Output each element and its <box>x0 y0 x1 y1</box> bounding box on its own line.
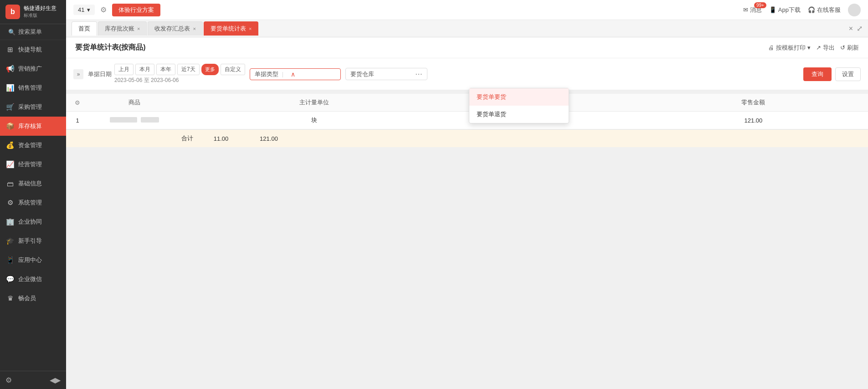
tab-requisition-summary[interactable]: 要货单统计表 × <box>204 21 258 36</box>
product-placeholder-2 <box>141 117 159 123</box>
custom-date-btn[interactable]: 自定义 <box>221 64 245 75</box>
warehouse-label: 要货仓库 <box>350 70 374 78</box>
col-header-product: 商品 <box>89 94 180 112</box>
print-chevron-icon: ▾ <box>807 44 811 51</box>
print-icon: 🖨 <box>768 44 774 51</box>
date-range-display: 2023-05-06 至 2023-06-06 <box>114 77 245 84</box>
topbar-gear-icon[interactable]: ⚙ <box>100 5 107 14</box>
settings-bottom-icon[interactable]: ⚙ <box>5 376 12 384</box>
sidebar-item-basic[interactable]: 🗃 基础信息 <box>0 174 66 193</box>
close-window-icon[interactable]: × <box>849 25 853 33</box>
dropdown-item-requisition-order[interactable]: 要货单要货 <box>469 88 569 106</box>
marketing-icon: 📢 <box>5 64 15 73</box>
sidebar-item-marketing[interactable]: 📢 营销推广 <box>0 59 66 78</box>
table-settings-icon[interactable]: ⚙ <box>75 99 80 106</box>
dropdown-item-requisition-return[interactable]: 要货单退货 <box>469 106 569 123</box>
main-area: 41 ▾ ⚙ 体验行业方案 ✉ 消息 99+ 📱 App下载 🎧 在线客服 <box>66 0 868 389</box>
type-chevron-icon[interactable]: ∧ <box>291 71 295 78</box>
date-label: 单据日期 <box>88 70 112 78</box>
sidebar-logo: b 畅捷通好生意 标准版 <box>0 0 66 24</box>
sidebar-item-purchase[interactable]: 🛒 采购管理 <box>0 97 66 117</box>
product-placeholder-1 <box>110 117 137 123</box>
collapse-icon[interactable]: ◀▶ <box>50 376 61 384</box>
sidebar-item-system[interactable]: ⚙ 系统管理 <box>0 193 66 212</box>
sidebar-item-operations[interactable]: 📈 经营管理 <box>0 155 66 174</box>
sidebar-footer: ⚙ ◀▶ <box>0 371 66 389</box>
basic-icon: 🗃 <box>5 179 15 188</box>
filter-expand-button[interactable]: » <box>73 69 83 79</box>
this-month-btn[interactable]: 本月 <box>135 64 154 75</box>
sidebar-item-sales[interactable]: 📊 销售管理 <box>0 78 66 97</box>
download-icon: 📱 <box>769 6 776 13</box>
cell-amount: 121.00 <box>639 112 868 129</box>
search-menu[interactable]: 🔍 搜索菜单 <box>0 24 66 40</box>
expand-window-icon[interactable]: ⤢ <box>857 24 863 33</box>
company-selector[interactable]: 41 ▾ <box>73 5 95 15</box>
topbar-left: 41 ▾ ⚙ 体验行业方案 <box>73 4 160 16</box>
col-header-settings[interactable]: ⚙ <box>66 94 89 112</box>
tabs-bar: 首页 库存批次账 × 收发存汇总表 × 要货单统计表 × × ⤢ <box>66 20 868 37</box>
online-service-button[interactable]: 🎧 在线客服 <box>808 6 841 14</box>
close-requisition-icon[interactable]: × <box>249 26 252 31</box>
total-amount: 121.00 <box>244 135 294 142</box>
more-date-btn[interactable]: 更多 <box>201 64 219 75</box>
table-container: ⚙ 商品 主计量单位 主数量 零售金额 <box>66 94 868 129</box>
messages-button[interactable]: ✉ 消息 99+ <box>743 6 762 14</box>
sidebar-item-quick-nav[interactable]: ⊞ 快捷导航 <box>0 40 66 59</box>
operations-icon: 📈 <box>5 160 15 169</box>
cell-product <box>89 112 180 129</box>
refresh-button[interactable]: ↺ 刷新 <box>840 44 859 52</box>
sidebar-item-guide[interactable]: 🎓 新手引导 <box>0 231 66 251</box>
last-7-days-btn[interactable]: 近7天 <box>177 64 200 75</box>
col-header-amount: 零售金额 <box>639 94 868 112</box>
sidebar-item-inventory[interactable]: 📦 库存核算 <box>0 117 66 136</box>
table-row: 1 块 11.00 121.00 <box>66 112 868 129</box>
page-title: 要货单统计表(按商品) <box>75 43 146 52</box>
filter-type-group: 单据类型 | ∧ 要货单要货 要货单退货 <box>250 68 341 80</box>
promo-button[interactable]: 体验行业方案 <box>112 4 160 16</box>
close-batch-account-icon[interactable]: × <box>137 26 140 31</box>
sidebar-item-enterprise[interactable]: 🏢 企业协同 <box>0 212 66 231</box>
message-icon: ✉ <box>743 6 748 13</box>
this-year-btn[interactable]: 本年 <box>156 64 175 75</box>
type-divider: | <box>282 71 283 77</box>
total-row: 合计 11.00 121.00 <box>66 129 868 147</box>
sidebar-item-wechat[interactable]: 💬 企业微信 <box>0 270 66 289</box>
filter-date-group: 单据日期 上月 本月 本年 近7天 更多 自定义 2023-05-06 至 20… <box>88 64 245 84</box>
app-center-icon: 📱 <box>5 256 15 265</box>
sidebar-nav: ⊞ 快捷导航 📢 营销推广 📊 销售管理 🛒 采购管理 📦 库存核算 💰 资金管… <box>0 40 66 371</box>
sidebar-item-finance[interactable]: 💰 资金管理 <box>0 136 66 155</box>
tab-home[interactable]: 首页 <box>72 21 97 36</box>
sidebar-item-app-center[interactable]: 📱 应用中心 <box>0 251 66 270</box>
app-name: 畅捷通好生意 <box>24 5 56 12</box>
cell-index: 1 <box>66 112 89 129</box>
search-icon: 🔍 <box>8 29 15 36</box>
table-header-row: ⚙ 商品 主计量单位 主数量 零售金额 <box>66 94 868 112</box>
app-sub: 标准版 <box>24 12 56 19</box>
total-quantity: 11.00 <box>198 135 244 142</box>
page-header: 要货单统计表(按商品) 🖨 按模板打印 ▾ ↗ 导出 ↺ 刷新 <box>66 37 868 58</box>
user-avatar[interactable] <box>848 4 861 16</box>
topbar-right: ✉ 消息 99+ 📱 App下载 🎧 在线客服 <box>743 4 861 16</box>
sales-icon: 📊 <box>5 83 15 92</box>
settings-button[interactable]: 设置 <box>835 67 861 81</box>
tab-batch-account[interactable]: 库存批次账 × <box>98 21 147 36</box>
sidebar-item-vip[interactable]: ♛ 畅会员 <box>0 289 66 308</box>
type-label: 单据类型 <box>255 70 278 78</box>
last-month-btn[interactable]: 上月 <box>114 64 134 75</box>
warehouse-more-icon[interactable]: ⋯ <box>415 70 422 78</box>
date-buttons: 上月 本月 本年 近7天 更多 自定义 <box>114 64 245 75</box>
filter-warehouse-group: 要货仓库 ⋯ <box>345 68 427 80</box>
wechat-icon: 💬 <box>5 275 15 284</box>
vip-icon: ♛ <box>5 294 15 303</box>
close-collection-icon[interactable]: × <box>193 26 195 31</box>
page-content: 要货单统计表(按商品) 🖨 按模板打印 ▾ ↗ 导出 ↺ 刷新 <box>66 37 868 389</box>
expand-icon: » <box>77 71 80 77</box>
print-button[interactable]: 🖨 按模板打印 ▾ <box>768 44 811 52</box>
enterprise-icon: 🏢 <box>5 217 15 226</box>
app-download-button[interactable]: 📱 App下载 <box>769 6 801 14</box>
query-button[interactable]: 查询 <box>803 67 832 81</box>
cell-unit: 块 <box>180 112 448 129</box>
export-button[interactable]: ↗ 导出 <box>816 44 835 52</box>
tab-collection-summary[interactable]: 收发存汇总表 × <box>148 21 202 36</box>
